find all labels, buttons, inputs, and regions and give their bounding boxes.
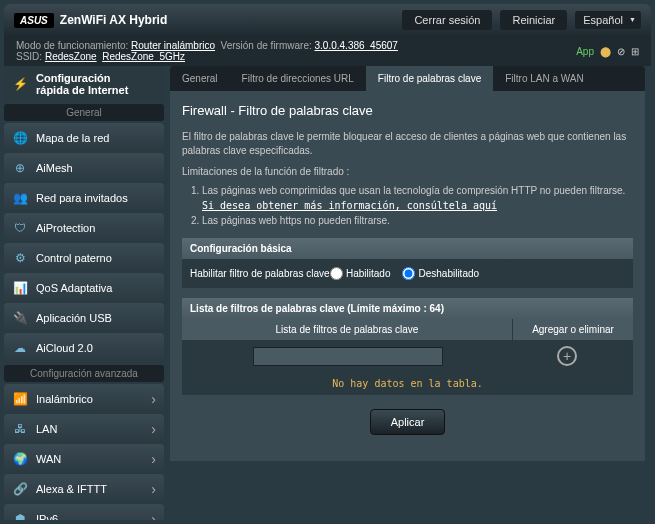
top-bar: ASUS ZenWiFi AX Hybrid Cerrar sesión Rei… — [4, 4, 651, 36]
nav-icon: 🌐 — [12, 130, 28, 146]
limit1-link[interactable]: Si desea obtener más información, consúl… — [202, 200, 497, 211]
nav-label: AiProtection — [36, 222, 95, 234]
nav-item-aicloud-2-0[interactable]: ☁AiCloud 2.0 — [4, 333, 164, 363]
nav-label: LAN — [36, 423, 57, 435]
table-header: Lista de filtros de palabras clave Agreg… — [182, 319, 633, 340]
nav-icon: ⚙ — [12, 250, 28, 266]
app-badge[interactable]: App — [576, 46, 594, 57]
nav-icon: 🌍 — [12, 451, 28, 467]
nav-icon: ⬢ — [12, 511, 28, 520]
nav-label: QoS Adaptativa — [36, 282, 112, 294]
nav-item-aiprotection[interactable]: 🛡AiProtection — [4, 213, 164, 243]
nav-item-ipv6[interactable]: ⬢IPv6 — [4, 504, 164, 520]
nav-item-alexa-ifttt[interactable]: 🔗Alexa & IFTTT — [4, 474, 164, 504]
fw-label: Versión de firmware: — [221, 40, 312, 51]
keyword-input[interactable] — [253, 347, 443, 366]
quicksetup-line2: rápida de Internet — [36, 84, 128, 96]
nav-label: Inalámbrico — [36, 393, 93, 405]
sidebar: ⚡ Configuración rápida de Internet Gener… — [4, 66, 164, 520]
brand-logo: ASUS ZenWiFi AX Hybrid — [14, 13, 167, 28]
radio-disabled-label[interactable]: Deshabilitado — [402, 267, 479, 280]
radio-disabled-text: Deshabilitado — [418, 268, 479, 279]
nav-item-qos-adaptativa[interactable]: 📊QoS Adaptativa — [4, 273, 164, 303]
quicksetup-line1: Configuración — [36, 72, 128, 84]
nav-label: Mapa de la red — [36, 132, 109, 144]
quicksetup-icon: ⚡ — [12, 76, 28, 92]
mode-label: Modo de funcionamiento: — [16, 40, 128, 51]
enable-row: Habilitar filtro de palabras clave Habil… — [182, 259, 633, 288]
section-advanced-header: Configuración avanzada — [4, 365, 164, 382]
notif-icon[interactable]: ⬤ — [600, 46, 611, 57]
product-name: ZenWiFi AX Hybrid — [60, 13, 167, 27]
panel: Firewall - Filtro de palabras clave El f… — [170, 91, 645, 461]
fw-link[interactable]: 3.0.0.4.386_45607 — [315, 40, 398, 51]
nav-icon: 🛡 — [12, 220, 28, 236]
quick-setup-button[interactable]: ⚡ Configuración rápida de Internet — [4, 66, 164, 102]
tab-filtro-lan-a-wan[interactable]: Filtro LAN a WAN — [493, 66, 596, 91]
nav-icon: 📶 — [12, 391, 28, 407]
nav-label: WAN — [36, 453, 61, 465]
tab-general[interactable]: General — [170, 66, 230, 91]
nav-item-mapa-de-la-red[interactable]: 🌐Mapa de la red — [4, 123, 164, 153]
info-bar: Modo de funcionamiento: Router inalámbri… — [4, 36, 651, 66]
panel-title: Firewall - Filtro de palabras clave — [182, 103, 633, 118]
col-list: Lista de filtros de palabras clave — [182, 319, 513, 340]
tab-bar: GeneralFiltro de direcciones URLFiltro d… — [170, 66, 645, 91]
limitations-list: Las páginas web comprimidas que usan la … — [202, 183, 633, 228]
nav-item-control-paterno[interactable]: ⚙Control paterno — [4, 243, 164, 273]
nav-item-aplicaci-n-usb[interactable]: 🔌Aplicación USB — [4, 303, 164, 333]
nav-item-red-para-invitados[interactable]: 👥Red para invitados — [4, 183, 164, 213]
mode-link[interactable]: Router inalámbrico — [131, 40, 215, 51]
apply-button[interactable]: Aplicar — [370, 409, 446, 435]
nav-icon: ⊕ — [12, 160, 28, 176]
nav-item-wan[interactable]: 🌍WAN — [4, 444, 164, 474]
nav-icon: 🔗 — [12, 481, 28, 497]
add-button[interactable]: + — [557, 346, 577, 366]
nav-icon: 👥 — [12, 190, 28, 206]
ssid1-link[interactable]: RedesZone — [45, 51, 97, 62]
radio-enabled[interactable] — [330, 267, 343, 280]
table-input-row: + — [182, 340, 633, 372]
nav-item-aimesh[interactable]: ⊕AiMesh — [4, 153, 164, 183]
nav-icon: 📊 — [12, 280, 28, 296]
tab-filtro-de-direcciones-url[interactable]: Filtro de direcciones URL — [230, 66, 366, 91]
nav-label: AiMesh — [36, 162, 73, 174]
nav-icon: 🖧 — [12, 421, 28, 437]
ssid2-link[interactable]: RedesZone_5GHz — [102, 51, 185, 62]
limitation-item: Las páginas web https no pueden filtrars… — [202, 213, 633, 228]
basic-config-header: Configuración básica — [182, 238, 633, 259]
logout-button[interactable]: Cerrar sesión — [402, 10, 492, 30]
tab-filtro-de-palabras-clave[interactable]: Filtro de palabras clave — [366, 66, 493, 91]
nav-icon: ☁ — [12, 340, 28, 356]
nav-item-inal-mbrico[interactable]: 📶Inalámbrico — [4, 384, 164, 414]
radio-enabled-label[interactable]: Habilitado — [330, 267, 390, 280]
nav-label: Aplicación USB — [36, 312, 112, 324]
radio-enabled-text: Habilitado — [346, 268, 390, 279]
wifi-icon[interactable]: ⊘ — [617, 46, 625, 57]
nav-label: Alexa & IFTTT — [36, 483, 107, 495]
status-icon[interactable]: ⊞ — [631, 46, 639, 57]
nav-label: IPv6 — [36, 513, 58, 520]
nav-icon: 🔌 — [12, 310, 28, 326]
nav-label: Red para invitados — [36, 192, 128, 204]
nav-item-lan[interactable]: 🖧LAN — [4, 414, 164, 444]
radio-disabled[interactable] — [402, 267, 415, 280]
nav-label: AiCloud 2.0 — [36, 342, 93, 354]
limitation-item: Las páginas web comprimidas que usan la … — [202, 183, 633, 213]
section-general-header: General — [4, 104, 164, 121]
brand-badge: ASUS — [14, 13, 54, 28]
reboot-button[interactable]: Reiniciar — [500, 10, 567, 30]
limit1-text: Las páginas web comprimidas que usan la … — [202, 185, 625, 196]
col-action: Agregar o eliminar — [513, 319, 633, 340]
nav-label: Control paterno — [36, 252, 112, 264]
enable-label: Habilitar filtro de palabras clave — [190, 268, 330, 279]
language-select[interactable]: Español — [575, 11, 641, 29]
content-area: GeneralFiltro de direcciones URLFiltro d… — [164, 66, 651, 520]
no-data-message: No hay datos en la tabla. — [182, 372, 633, 395]
ssid-label: SSID: — [16, 51, 42, 62]
panel-description: El filtro de palabras clave le permite b… — [182, 130, 633, 158]
list-header: Lista de filtros de palabras clave (Lími… — [182, 298, 633, 319]
limitations-label: Limitaciones de la función de filtrado : — [182, 166, 633, 177]
